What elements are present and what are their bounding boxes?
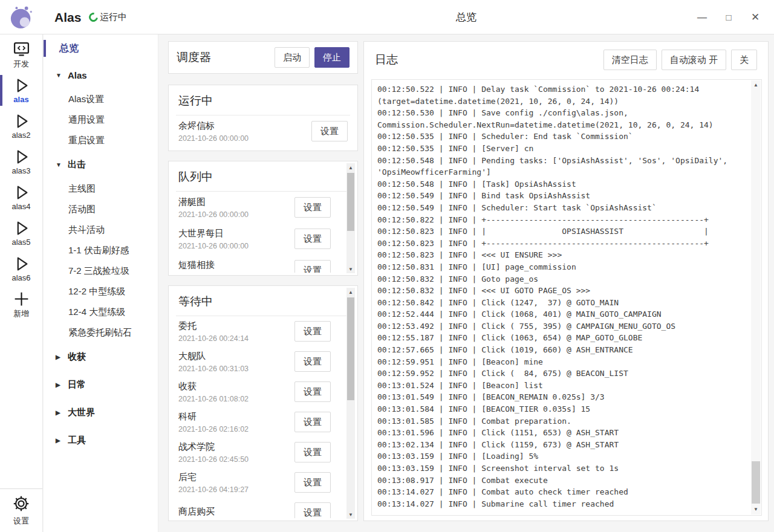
log-line: 00:13:14.027 | INFO | Combat auto check … [377, 486, 747, 498]
running-spinner-icon [87, 11, 100, 24]
maximize-icon[interactable]: □ [720, 8, 738, 27]
menu-section-header[interactable]: ▶ 收获 [44, 343, 158, 371]
log-card: 日志 清空日志 自动滚动 开 关 00:12:50.522 | INFO | D… [363, 41, 769, 521]
log-lines: 00:12:50.522 | INFO | Delay task `Commis… [377, 83, 747, 513]
task-name: 委托 [178, 320, 249, 332]
scrollbar-thumb[interactable] [347, 297, 354, 400]
log-line: 00:12:50.823 | INFO | +-----------------… [377, 238, 747, 250]
task-name: 战术学院 [178, 441, 249, 453]
log-box: 00:12:50.522 | INFO | Delay task `Commis… [371, 79, 762, 516]
scrollbar-thumb[interactable] [347, 173, 354, 231]
task-setting-button[interactable]: 设置 [294, 381, 331, 402]
stop-button[interactable]: 停止 [314, 47, 350, 68]
task-setting-button[interactable]: 设置 [294, 502, 331, 518]
scroll-up-icon[interactable]: ▲ [346, 163, 355, 172]
close-icon[interactable]: ✕ [746, 8, 764, 27]
menu-item[interactable]: 活动图 [44, 199, 158, 219]
task-setting-button[interactable]: 设置 [294, 260, 331, 273]
clear-log-button[interactable]: 清空日志 [603, 50, 657, 70]
menu-section-header[interactable]: ▶ 日常 [44, 371, 158, 398]
scroll-up-icon[interactable]: ▲ [751, 80, 761, 90]
scroll-down-icon[interactable]: ▼ [346, 510, 355, 519]
iconbar-item[interactable]: alas4 [0, 180, 42, 215]
task-name: 余烬信标 [178, 120, 249, 132]
menu-section-header[interactable]: ▶ 大世界 [44, 398, 158, 426]
task-row: 大舰队 2021-10-26 00:31:03 设置 [169, 346, 357, 377]
task-setting-button[interactable]: 设置 [294, 412, 331, 432]
minimize-icon[interactable]: — [693, 8, 711, 27]
scroll-down-icon[interactable]: ▼ [346, 265, 355, 273]
log-line: 00:13:03.159 | INFO | Screenshot interva… [377, 462, 747, 475]
waiting-card: 等待中 委托 2021-10-26 00:24:14 设置 大舰队 2021-1… [168, 285, 358, 521]
task-time: 2021-10-26 01:08:02 [178, 395, 249, 403]
log-line: 00:13:03.159 | INFO | [Loading] 5% [377, 450, 747, 462]
menu-item[interactable]: 12-2 中型练级 [44, 281, 158, 302]
log-line: 00:12:59.951 | INFO | [Beacon] mine [377, 356, 747, 368]
pending-card: 队列中 潜艇图 2021-10-26 00:00:00 设置 大世界每日 202… [168, 161, 358, 276]
play-icon [13, 255, 30, 273]
task-setting-button[interactable]: 设置 [294, 472, 331, 493]
menu-item[interactable]: 12-4 大型练级 [44, 302, 158, 322]
scroll-down-icon[interactable]: ▼ [751, 505, 761, 514]
chevron-icon: ▶ [56, 381, 62, 388]
task-name: 潜艇图 [178, 196, 249, 208]
autoscroll-off-button[interactable]: 关 [731, 50, 757, 70]
task-name: 科研 [178, 411, 249, 423]
task-setting-button[interactable]: 设置 [294, 321, 331, 342]
menu-section-header[interactable]: ▶ 工具 [44, 426, 158, 454]
log-line: 00:12:50.832 | INFO | <<< UI GOTO PAGE_O… [377, 285, 747, 297]
task-time: 2021-10-26 00:24:14 [178, 334, 249, 343]
task-row: 科研 2021-10-26 02:16:02 设置 [169, 407, 357, 437]
task-setting-button[interactable]: 设置 [294, 351, 331, 372]
task-setting-button[interactable]: 设置 [311, 121, 348, 141]
task-setting-button[interactable]: 设置 [294, 197, 331, 218]
task-name: 大世界每日 [178, 228, 249, 239]
start-button[interactable]: 启动 [275, 47, 310, 68]
iconbar-settings[interactable]: 设置 [0, 488, 42, 532]
scroll-up-icon[interactable]: ▲ [346, 288, 355, 296]
autoscroll-on-button[interactable]: 自动滚动 开 [662, 50, 726, 70]
log-line: 00:13:01.584 | INFO | [BEACON_TIER 0.035… [377, 403, 747, 415]
task-row: 收获 2021-10-26 01:08:02 设置 [169, 377, 357, 407]
menu-item[interactable]: 共斗活动 [44, 219, 158, 240]
iconbar-item[interactable]: 新增 [0, 287, 42, 322]
instance-sidebar: 开发 alas alas2 alas3 alas4 alas5 alas6 新增… [0, 34, 43, 532]
running-title: 运行中 [176, 85, 350, 115]
menu-item[interactable]: 重启设置 [44, 130, 158, 151]
menu-item-overview[interactable]: 总览 [44, 39, 158, 57]
settings-label: 设置 [13, 516, 29, 527]
menu-item[interactable]: 7-2 三战捡垃圾 [44, 261, 158, 281]
log-line: 00:12:50.822 | INFO | +-----------------… [377, 214, 747, 226]
iconbar-item[interactable]: 开发 [0, 37, 42, 73]
menu-item[interactable]: 通用设置 [44, 109, 158, 130]
menu-section-header[interactable]: ▼ Alas [44, 61, 158, 89]
app-title: Alas [54, 0, 81, 34]
iconbar-item[interactable]: alas [0, 73, 42, 108]
iconbar-item[interactable]: alas3 [0, 144, 42, 180]
status-text: 运行中 [100, 11, 127, 23]
iconbar-item[interactable]: alas5 [0, 215, 42, 251]
menu-section-header[interactable]: ▼ 出击 [44, 151, 158, 178]
task-name: 收获 [178, 381, 249, 392]
iconbar-item[interactable]: alas6 [0, 251, 42, 287]
scrollbar-thumb[interactable] [752, 461, 760, 504]
menu-item[interactable]: 主线图 [44, 178, 158, 199]
app-window: Alas 运行中 总览 — □ ✕ 开发 alas alas2 alas3 al… [0, 0, 774, 532]
task-row: 商店购买 设置 [169, 498, 357, 518]
task-setting-button[interactable]: 设置 [294, 442, 331, 462]
header: Alas 运行中 总览 — □ ✕ [0, 0, 774, 34]
menu-section: ▶ 工具 [44, 426, 158, 454]
menu-item[interactable]: 紧急委托刷钻石 [44, 322, 158, 343]
task-row: 后宅 2021-10-26 04:19:27 设置 [169, 467, 357, 498]
log-line: 00:12:50.548 | INFO | Pending tasks: ['O… [377, 155, 747, 178]
scheduler-status: 运行中 [89, 0, 127, 34]
iconbar-item[interactable]: alas2 [0, 108, 42, 144]
iconbar-items: 开发 alas alas2 alas3 alas4 alas5 alas6 新增 [0, 34, 42, 322]
log-line: 00:13:08.917 | INFO | Combat execute [377, 475, 747, 487]
task-setting-button[interactable]: 设置 [294, 229, 331, 249]
code-monitor-icon [13, 41, 30, 58]
log-line: 00:12:50.823 | INFO | | OPSIASHASSIST | [377, 225, 747, 238]
task-time: 2021-10-26 02:45:50 [178, 455, 249, 464]
menu-item[interactable]: Alas设置 [44, 89, 158, 109]
menu-item[interactable]: 1-1 伏击刷好感 [44, 240, 158, 261]
